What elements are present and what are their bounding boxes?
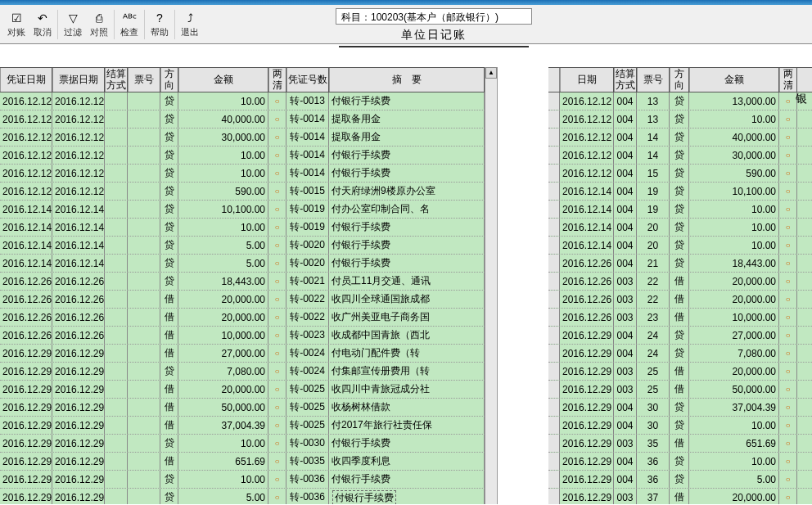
table-row[interactable]: 2016.12.122016.12.12贷40,000.00○转-0014提取备… — [0, 110, 485, 129]
table-row[interactable]: 2016.12.292016.12.29贷10.00○转-0030付银行手续费 — [0, 435, 485, 453]
table-row[interactable]: 2016.12.2900325借20,000.00○ — [548, 363, 812, 381]
cell: 004 — [614, 471, 637, 488]
col-summary[interactable]: 摘 要 — [329, 68, 485, 92]
row-marker — [548, 435, 560, 452]
rcol-ticket-no[interactable]: 票号 — [637, 68, 670, 92]
cell: 2016.12.12 — [52, 129, 105, 146]
rcol-direction[interactable]: 方向 — [670, 68, 689, 92]
table-row[interactable]: 2016.12.2900430贷10.00○ — [548, 417, 812, 435]
table-row[interactable]: 2016.12.122016.12.12贷10.00○转-0014付银行手续费 — [0, 147, 485, 165]
table-row[interactable]: 2016.12.262016.12.26贷18,443.00○转-0021付员工… — [0, 273, 485, 291]
cell: 转-0024 — [286, 363, 329, 380]
table-row[interactable]: 2016.12.2900424贷27,000.00○ — [548, 327, 812, 345]
table-row[interactable]: 2016.12.292016.12.29贷5.00○转-0036付银行手续费 — [0, 489, 485, 504]
table-row[interactable]: 2016.12.1400420贷10.00○ — [548, 237, 812, 255]
table-row[interactable]: 2016.12.1400419贷10.00○ — [548, 201, 812, 219]
table-row[interactable]: 2016.12.122016.12.12贷10.00○转-0014付银行手续费 — [0, 165, 485, 183]
cell: 提取备用金 — [329, 129, 485, 146]
cell: 003 — [614, 363, 637, 380]
cell: 付办公室印制合同、名 — [329, 201, 485, 218]
cell: 003 — [614, 489, 637, 504]
table-row[interactable]: 2016.12.1400419贷10,100.00○ — [548, 183, 812, 201]
col-clear[interactable]: 两清 — [268, 68, 286, 92]
rcol-clear[interactable]: 两清 — [779, 68, 797, 92]
col-voucher-date[interactable]: 凭证日期 — [0, 68, 52, 92]
check-button[interactable]: ᴬᴮᶜ检查 — [116, 7, 142, 42]
table-row[interactable]: 2016.12.2600323借10,000.00○ — [548, 309, 812, 327]
col-ticket-date[interactable]: 票据日期 — [52, 68, 105, 92]
compare-button[interactable]: ⎙对照 — [86, 7, 112, 42]
table-row[interactable]: 2016.12.1200415贷590.00○ — [548, 165, 812, 183]
cell: 2016.12.14 — [560, 183, 614, 200]
left-grid-body[interactable]: 2016.12.122016.12.12贷10.00○转-0013付银行手续费2… — [0, 92, 485, 504]
cell: 27,000.00 — [689, 327, 779, 344]
table-row[interactable]: 2016.12.1200413贷13,000.00○ — [548, 92, 812, 110]
col-amount[interactable]: 金额 — [178, 68, 268, 92]
cell — [128, 255, 160, 272]
cell: 35 — [637, 435, 670, 452]
cell: 2016.12.14 — [52, 255, 105, 272]
table-row[interactable]: 2016.12.292016.12.29借37,004.39○转-0025付20… — [0, 417, 485, 435]
right-grid-body[interactable]: 2016.12.1200413贷13,000.00○2016.12.120041… — [548, 92, 812, 504]
table-row[interactable]: 2016.12.2900335借651.69○ — [548, 435, 812, 453]
editing-cell[interactable]: 付银行手续费 — [332, 490, 396, 504]
table-row[interactable]: 2016.12.2900424贷7,080.00○ — [548, 345, 812, 363]
table-row[interactable]: 2016.12.262016.12.26借20,000.00○转-0022收四川… — [0, 291, 485, 309]
table-row[interactable]: 2016.12.2900337借20,000.00○ — [548, 489, 812, 504]
exit-button[interactable]: ⤴退出 — [177, 7, 203, 42]
cell: 003 — [614, 309, 637, 326]
cell: ○ — [268, 273, 286, 290]
col-voucher-no[interactable]: 凭证号数 — [286, 68, 329, 92]
table-row[interactable]: 2016.12.292016.12.29借651.69○转-0035收四季度利息 — [0, 453, 485, 471]
table-row[interactable]: 2016.12.142016.12.14贷10.00○转-0019付银行手续费 — [0, 219, 485, 237]
filter-button[interactable]: ▽过滤 — [60, 7, 86, 42]
table-row[interactable]: 2016.12.2900430贷37,004.39○ — [548, 399, 812, 417]
table-row[interactable]: 2016.12.122016.12.12贷30,000.00○转-0014提取备… — [0, 129, 485, 147]
match-button[interactable]: ☑对账 — [3, 7, 29, 42]
scroll-up-icon[interactable]: ▲ — [485, 67, 497, 79]
table-row[interactable]: 2016.12.1400420贷10.00○ — [548, 219, 812, 237]
col-direction[interactable]: 方向 — [160, 68, 178, 92]
table-row[interactable]: 2016.12.1200414贷40,000.00○ — [548, 129, 812, 147]
rcol-settle[interactable]: 结算方式 — [614, 68, 637, 92]
col-settle[interactable]: 结算方式 — [105, 68, 128, 92]
table-row[interactable]: 2016.12.1200414贷30,000.00○ — [548, 147, 812, 165]
table-row[interactable]: 2016.12.142016.12.14贷5.00○转-0020付银行手续费 — [0, 255, 485, 273]
table-row[interactable]: 2016.12.292016.12.29借20,000.00○转-0025收四川… — [0, 381, 485, 399]
table-row[interactable]: 2016.12.262016.12.26借20,000.00○转-0022收广州… — [0, 309, 485, 327]
rcol-date[interactable]: 日期 — [560, 68, 614, 92]
table-row[interactable]: 2016.12.292016.12.29借27,000.00○转-0024付电动… — [0, 345, 485, 363]
table-row[interactable]: 2016.12.292016.12.29贷10.00○转-0036付银行手续费 — [0, 471, 485, 489]
cell: 10,000.00 — [689, 309, 779, 326]
table-row[interactable]: 2016.12.2600322借20,000.00○ — [548, 273, 812, 291]
cell: 24 — [637, 327, 670, 344]
table-row[interactable]: 2016.12.122016.12.12贷590.00○转-0015付天府绿洲9… — [0, 183, 485, 201]
table-row[interactable]: 2016.12.2900325借50,000.00○ — [548, 381, 812, 399]
col-ticket-no[interactable]: 票号 — [128, 68, 160, 92]
table-row[interactable]: 2016.12.2600322借20,000.00○ — [548, 291, 812, 309]
table-row[interactable]: 2016.12.292016.12.29贷7,080.00○转-0024付集邮宣… — [0, 363, 485, 381]
cell — [105, 273, 128, 290]
cell: ○ — [268, 453, 286, 470]
table-row[interactable]: 2016.12.1200413贷10.00○ — [548, 110, 812, 129]
subject-field[interactable]: 科目：100203(基本户（邮政银行）) — [336, 8, 532, 25]
cancel-button[interactable]: ↶取消 — [29, 7, 56, 42]
rcol-amount[interactable]: 金额 — [689, 68, 779, 92]
table-row[interactable]: 2016.12.2600421贷18,443.00○ — [548, 255, 812, 273]
table-row[interactable]: 2016.12.292016.12.29借50,000.00○转-0025收杨树… — [0, 399, 485, 417]
cell: ○ — [779, 291, 797, 308]
cell: 21 — [637, 255, 670, 272]
cell: ○ — [268, 489, 286, 504]
table-row[interactable]: 2016.12.262016.12.26借10,000.00○转-0023收成都… — [0, 327, 485, 345]
cell: ○ — [268, 201, 286, 218]
cell: 2016.12.12 — [560, 110, 614, 128]
table-row[interactable]: 2016.12.2900436贷5.00○ — [548, 471, 812, 489]
table-row[interactable]: 2016.12.2900436贷10.00○ — [548, 453, 812, 471]
help-button[interactable]: ?帮助 — [147, 7, 173, 42]
table-row[interactable]: 2016.12.122016.12.12贷10.00○转-0013付银行手续费 — [0, 92, 485, 110]
left-scrollbar[interactable]: ▲ — [485, 67, 498, 504]
table-row[interactable]: 2016.12.142016.12.14贷10,100.00○转-0019付办公… — [0, 201, 485, 219]
table-row[interactable]: 2016.12.142016.12.14贷5.00○转-0020付银行手续费 — [0, 237, 485, 255]
cell: 贷 — [160, 201, 178, 218]
cell: 10.00 — [178, 147, 268, 164]
